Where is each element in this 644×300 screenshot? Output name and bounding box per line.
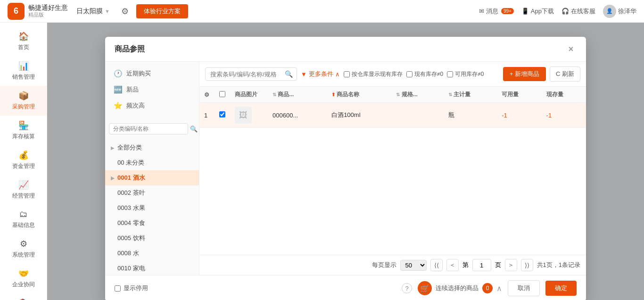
last-page-button[interactable]: ⟩⟩ <box>521 259 533 271</box>
product-search-input[interactable] <box>206 68 281 80</box>
product-search-box: 🔍 <box>205 67 297 81</box>
page-label: 第 <box>462 261 469 269</box>
col-available[interactable]: 可用量 <box>497 87 541 103</box>
select-all-checkbox[interactable] <box>219 91 225 97</box>
collapse-cart-button[interactable]: ∧ <box>496 284 502 293</box>
col-name[interactable]: ⬆ 商品名称 <box>327 87 391 103</box>
cell-seq: 1 <box>199 103 215 128</box>
more-conditions-button[interactable]: ▼ 更多条件 ∧ <box>301 70 340 78</box>
cat-snack-label: 0004 零食 <box>117 219 145 227</box>
cat-all-label: 全部分类 <box>117 143 142 152</box>
refresh-button[interactable]: C 刷新 <box>550 67 580 82</box>
new-icon: 🆕 <box>114 85 123 94</box>
sidebar-item-operation[interactable]: 📈 经营管理 <box>0 175 47 205</box>
user-menu[interactable]: 👤 徐泽华 <box>603 5 636 18</box>
next-page-button[interactable]: ＞ <box>505 259 517 271</box>
nav-right: ✉ 消息 99+ 📱 App下载 🎧 在线客服 👤 徐泽华 <box>479 5 636 18</box>
col-stock[interactable]: 现存量 <box>542 87 586 103</box>
col-unit[interactable]: ⇅ 主计量 <box>444 87 497 103</box>
cancel-button[interactable]: 取消 <box>508 280 540 296</box>
col-code[interactable]: ⇅ 商品... <box>268 87 327 103</box>
cat-water[interactable]: 0008 水 <box>105 246 199 261</box>
cat-fruit[interactable]: 0003 水果 <box>105 200 199 216</box>
row-checkbox[interactable] <box>219 111 225 117</box>
table-row[interactable]: 1 🖼 000600... 白酒100ml 瓶 <box>199 103 586 128</box>
cell-stock: -1 <box>542 103 586 128</box>
sidebar-item-purchase[interactable]: 📦 采购管理 <box>0 86 47 116</box>
store-selector[interactable]: 日太阳膜 ▼ <box>69 7 117 16</box>
first-page-button[interactable]: ⟨⟨ <box>430 259 443 271</box>
current-stock-check[interactable]: 现有库存≠0 <box>406 70 443 78</box>
cat-tea-label: 0002 茶叶 <box>117 189 145 197</box>
cat-snack[interactable]: 0004 零食 <box>105 216 199 231</box>
sidebar-label-operation: 经营管理 <box>12 192 35 200</box>
user-name: 徐泽华 <box>618 7 636 16</box>
service-button[interactable]: 🎧 在线客服 <box>561 7 595 16</box>
cell-available: -1 <box>497 103 541 128</box>
cell-checkbox[interactable] <box>215 103 230 128</box>
product-search-button[interactable]: 🔍 <box>281 68 297 80</box>
page-number-input[interactable] <box>472 259 491 271</box>
frequent-item[interactable]: ⭐ 频次高 <box>109 98 195 114</box>
cat-drink[interactable]: 0005 饮料 <box>105 231 199 246</box>
app-download-button[interactable]: 📱 App下载 <box>521 7 554 16</box>
brand-name: 畅捷通好生意 <box>28 4 68 12</box>
cart-icon: 🛒 <box>418 281 432 295</box>
current-stock-checkbox[interactable] <box>406 71 413 77</box>
new-product-item[interactable]: 🆕 新品 <box>109 82 195 98</box>
modal-close-button[interactable]: × <box>565 43 577 55</box>
sidebar-item-finance[interactable]: 💰 资金管理 <box>0 145 47 175</box>
left-top-nav: 🕐 近期购买 🆕 新品 ⭐ 频次高 <box>105 66 199 114</box>
message-button[interactable]: ✉ 消息 99+ <box>479 7 514 16</box>
settings-icon[interactable]: ⚙ <box>117 6 132 17</box>
cart-count: 0 <box>482 283 493 293</box>
warehouse-stock-check[interactable]: 按仓库显示现有库存 <box>344 70 403 78</box>
cat-tea[interactable]: 0002 茶叶 <box>105 185 199 200</box>
col-settings[interactable]: ⚙ <box>199 87 215 103</box>
sidebar-item-guide[interactable]: 📚 新手引导 <box>0 293 47 300</box>
recent-purchase-item[interactable]: 🕐 近期购买 <box>109 66 195 82</box>
app-icon: 📱 <box>521 8 529 15</box>
show-disabled-text: 显示停用 <box>124 284 148 292</box>
sidebar-item-inventory[interactable]: 🏪 库存核算 <box>0 116 47 145</box>
col-spec[interactable]: ⇅ 规格... <box>391 87 443 103</box>
basic-icon: 🗂 <box>19 209 28 219</box>
more-conditions-label: 更多条件 <box>309 70 333 78</box>
cat-drink-label: 0005 饮料 <box>117 234 145 242</box>
message-badge: 99+ <box>501 8 514 14</box>
help-icon[interactable]: ? <box>402 283 412 293</box>
cat-appliance[interactable]: 0010 家电 <box>105 261 199 275</box>
page-size-select[interactable]: 50 100 200 <box>400 260 427 271</box>
product-reference-modal: 商品参照 × 🕐 近期购买 🆕 <box>105 37 586 300</box>
recent-icon: 🕐 <box>114 69 123 78</box>
all-arrow-icon: ▶ <box>111 145 115 150</box>
trial-button[interactable]: 体验行业方案 <box>136 4 188 18</box>
modal-header: 商品参照 × <box>105 37 586 62</box>
cell-spec <box>391 103 443 128</box>
cell-name: 白酒100ml <box>327 103 391 128</box>
category-search-icon[interactable]: 🔍 <box>190 125 198 133</box>
show-disabled-label[interactable]: 显示停用 <box>115 284 148 292</box>
pagination: 每页显示 50 100 200 ⟨⟨ ＜ 第 页 ＞ <box>199 255 586 275</box>
available-stock-checkbox[interactable] <box>447 71 453 77</box>
confirm-button[interactable]: 确定 <box>545 281 577 296</box>
finance-icon: 💰 <box>18 150 29 160</box>
category-search-input[interactable] <box>109 123 188 134</box>
sidebar-item-collab[interactable]: 🤝 企业协同 <box>0 264 47 293</box>
sidebar-item-home[interactable]: 🏠 首页 <box>0 26 47 56</box>
show-disabled-checkbox[interactable] <box>115 285 121 292</box>
sidebar-item-basic[interactable]: 🗂 基础信息 <box>0 205 47 234</box>
add-product-button[interactable]: + 新增商品 <box>503 67 546 81</box>
sidebar-item-sales[interactable]: 📊 销售管理 <box>0 56 47 86</box>
available-stock-check[interactable]: 可用库存≠0 <box>447 70 484 78</box>
sidebar-label-collab: 企业协同 <box>12 281 35 289</box>
cat-wine[interactable]: ▶ 0001 酒水 <box>105 170 199 185</box>
prev-page-button[interactable]: ＜ <box>446 259 459 271</box>
col-checkbox[interactable] <box>215 87 230 103</box>
warehouse-stock-checkbox[interactable] <box>344 71 350 77</box>
filter-icon: ▼ <box>301 71 307 78</box>
sidebar-label-purchase: 采购管理 <box>12 103 35 111</box>
sidebar-item-system[interactable]: ⚙ 系统管理 <box>0 234 47 264</box>
cat-all[interactable]: ▶ 全部分类 <box>105 140 199 155</box>
cat-uncat[interactable]: 00 未分类 <box>105 155 199 170</box>
